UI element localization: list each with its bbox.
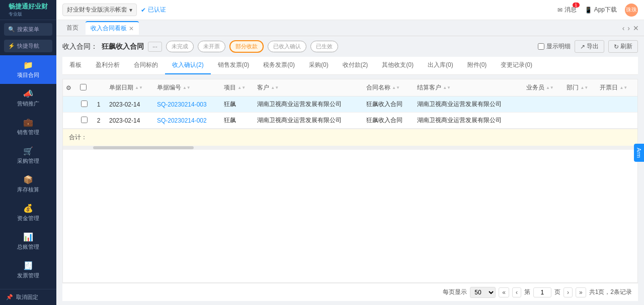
status-partial-button[interactable]: 部分收款 — [229, 40, 264, 53]
status-confirmed-button[interactable]: 已收入确认 — [268, 41, 306, 52]
more-button[interactable]: ··· — [148, 42, 162, 52]
tab-close-icon[interactable]: ✕ — [129, 25, 134, 32]
page-label-before: 第 — [524, 288, 530, 296]
tab-next-button[interactable]: › — [626, 23, 631, 33]
table-row[interactable]: 2 2023-02-14 SQ-20230214-002 狂飙 湖南卫视商业运营… — [63, 113, 637, 129]
sidebar-item-6[interactable]: 📊总账管理 — [0, 227, 56, 256]
unpin-button[interactable]: 📌 取消固定 — [0, 289, 56, 305]
row-num-1: 2 — [91, 113, 106, 129]
row-select-0[interactable] — [81, 100, 88, 107]
sidebar-item-0[interactable]: 📁项目合同 — [0, 55, 56, 84]
sidebar-label-0: 项目合同 — [17, 71, 39, 79]
show-detail-input[interactable] — [538, 43, 544, 50]
row-contract-name-1: 狂飙收入合同 — [363, 113, 414, 129]
app-download-button[interactable]: 📱 App下载 — [585, 6, 617, 14]
detail-tab-0[interactable]: 看板 — [62, 57, 89, 74]
detail-tab-8[interactable]: 其他收支(0) — [375, 57, 421, 74]
sidebar-icon-7: 🧾 — [23, 261, 33, 270]
project-sort-icon[interactable]: ▲▼ — [237, 86, 246, 90]
search-menu-label: 搜索菜单 — [17, 26, 39, 33]
sidebar-item-5[interactable]: 💰资金管理 — [0, 198, 56, 227]
invoice-date-sort-icon[interactable]: ▲▼ — [619, 86, 627, 90]
detail-tab-11[interactable]: 变更记录(0) — [494, 57, 539, 74]
detail-tab-7[interactable]: 收付款(2) — [336, 57, 375, 74]
sidebar-label-4: 库存核算 — [17, 186, 39, 193]
row-number-link-1[interactable]: SQ-20230214-002 — [157, 117, 207, 124]
tab-close-all-button[interactable]: ✕ — [632, 23, 640, 33]
number-sort-icon[interactable]: ▲▼ — [183, 86, 191, 90]
row-number-0[interactable]: SQ-20230214-003 — [154, 96, 221, 113]
row-invoice-date-1 — [597, 113, 637, 129]
detail-tab-1[interactable]: 盈利分析 — [89, 57, 127, 74]
per-page-select[interactable]: 50 20 100 — [470, 287, 496, 298]
tab-home[interactable]: 首页 — [60, 22, 85, 34]
row-settlement-1: 湖南卫视商业运营发展有限公司 — [414, 113, 523, 129]
prev-page-button[interactable]: ‹ — [512, 287, 521, 297]
message-button[interactable]: ✉ 消息 1 — [557, 6, 577, 14]
company-selector[interactable]: 好业财专业版演示帐套 ▾ — [62, 4, 137, 16]
topbar: 好业财专业版演示帐套 ▾ ✔ 已认证 ✉ 消息 1 📱 App下载 珠珠 — [56, 0, 644, 20]
sidebar-logo: 畅捷通好业财 专业版 — [0, 0, 56, 20]
row-number-link-0[interactable]: SQ-20230214-003 — [157, 101, 207, 108]
sidebar-icon-6: 📊 — [23, 232, 33, 242]
date-sort-icon[interactable]: ▲▼ — [135, 86, 143, 90]
horizontal-scrollbar[interactable] — [63, 146, 637, 150]
sidebar-label-3: 采购管理 — [17, 157, 39, 165]
row-project-0: 狂飙 — [221, 96, 254, 113]
page-number-input[interactable] — [533, 287, 551, 297]
salesperson-sort-icon[interactable]: ▲▼ — [546, 86, 554, 90]
next-page-button[interactable]: › — [564, 287, 573, 297]
first-page-button[interactable]: « — [499, 287, 509, 297]
contract-name-sort-icon[interactable]: ▲▼ — [392, 86, 400, 90]
table-row[interactable]: 1 2023-02-14 SQ-20230214-003 狂飙 湖南卫视商业运营… — [63, 96, 637, 113]
status-incomplete-button[interactable]: 未完成 — [166, 41, 194, 52]
data-table: ⚙ 单据日期▲▼ 单据编号▲▼ 项目▲▼ — [63, 79, 637, 129]
sidebar-item-4[interactable]: 📦库存核算 — [0, 170, 56, 198]
summary-label: 合计： — [69, 133, 87, 142]
sidebar: 畅捷通好业财 专业版 🔍 搜索菜单 ⚡ 快捷导航 📁项目合同📣营销推广💼销售管理… — [0, 0, 56, 305]
refresh-button[interactable]: ↻ 刷新 — [608, 40, 638, 53]
last-page-button[interactable]: » — [576, 287, 586, 297]
sidebar-item-7[interactable]: 🧾发票管理 — [0, 256, 56, 284]
detail-tab-3[interactable]: 收入确认(2) — [165, 57, 211, 74]
per-page-label: 每页显示 — [443, 288, 467, 296]
sidebar-item-2[interactable]: 💼销售管理 — [0, 113, 56, 141]
export-icon: ↗ — [580, 43, 585, 50]
tab-contract-board[interactable]: 收入合同看板 ✕ — [86, 21, 139, 35]
sidebar-item-8[interactable]: 🏛税务管理 — [0, 284, 56, 289]
select-all-checkbox[interactable] — [80, 84, 87, 90]
sidebar-icon-1: 📣 — [23, 89, 33, 98]
row-salesperson-1 — [523, 113, 564, 129]
user-avatar-button[interactable]: 珠珠 — [625, 4, 638, 17]
sidebar-icon-5: 💰 — [23, 204, 33, 213]
tab-prev-button[interactable]: ‹ — [621, 23, 626, 33]
topbar-left: 好业财专业版演示帐套 ▾ ✔ 已认证 — [62, 4, 166, 16]
status-no-invoice-button[interactable]: 未开票 — [198, 41, 225, 52]
sidebar-item-3[interactable]: 🛒采购管理 — [0, 141, 56, 170]
quick-nav-button[interactable]: ⚡ 快捷导航 — [4, 40, 52, 52]
detail-tab-5[interactable]: 税务发票(0) — [256, 57, 302, 74]
detail-tabs: 看板盈利分析合同标的收入确认(2)销售发票(0)税务发票(0)采购(0)收付款(… — [62, 57, 638, 75]
status-effective-button[interactable]: 已生效 — [310, 41, 338, 52]
company-name: 好业财专业版演示帐套 — [67, 6, 127, 14]
show-detail-checkbox[interactable]: 显示明细 — [538, 42, 571, 51]
export-button[interactable]: ↗ 导出 — [575, 40, 604, 53]
sidebar-item-1[interactable]: 📣营销推广 — [0, 84, 56, 113]
row-number-1[interactable]: SQ-20230214-002 — [154, 113, 221, 129]
detail-tab-10[interactable]: 附件(0) — [460, 57, 494, 74]
customer-sort-icon[interactable]: ▲▼ — [271, 86, 279, 90]
settings-icon[interactable]: ⚙ — [66, 84, 71, 91]
department-sort-icon[interactable]: ▲▼ — [580, 86, 588, 90]
quick-nav-label: 快捷导航 — [17, 42, 39, 50]
arm-button[interactable]: Arm — [634, 143, 644, 161]
detail-tab-4[interactable]: 销售发票(0) — [211, 57, 257, 74]
pin-icon: 📌 — [6, 294, 13, 300]
search-menu-button[interactable]: 🔍 搜索菜单 — [4, 23, 52, 36]
sidebar-label-2: 销售管理 — [17, 129, 39, 136]
detail-tab-2[interactable]: 合同标的 — [127, 57, 165, 74]
row-select-1[interactable] — [81, 117, 88, 123]
detail-tab-6[interactable]: 采购(0) — [302, 57, 336, 74]
detail-tab-9[interactable]: 出入库(0) — [421, 57, 460, 74]
settlement-sort-icon[interactable]: ▲▼ — [443, 86, 451, 90]
number-column-header: 单据编号▲▼ — [154, 79, 221, 96]
